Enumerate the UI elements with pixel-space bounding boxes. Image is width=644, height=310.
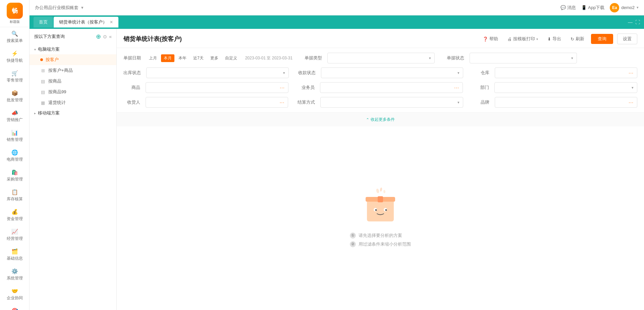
tab-close-icon[interactable]: ✕ <box>110 20 113 24</box>
scheme-add-icon[interactable]: ⊕ <box>96 33 101 40</box>
sidebar-item-ecommerce[interactable]: 🌐 电商管理 <box>5 146 24 166</box>
product-dots: ··· <box>280 85 285 90</box>
print-arrow: ▾ <box>536 37 538 41</box>
warehouse-select[interactable]: ··· <box>495 67 637 78</box>
sidebar-label-inventory: 库存核算 <box>7 196 23 202</box>
export-icon: ⬇ <box>547 37 551 42</box>
tab-report[interactable]: 销货单统计表（按客户） ✕ <box>54 17 118 28</box>
product-select[interactable]: ··· <box>146 82 288 93</box>
sidebar-item-wholesale[interactable]: 📦 批发管理 <box>5 87 24 106</box>
scheme-item-product[interactable]: ▤ 按商品 <box>30 76 116 87</box>
scheme-settings-icon[interactable]: ⊙ <box>103 34 107 39</box>
scheme-item-return[interactable]: ▦ 退货统计 <box>30 97 116 108</box>
sidebar-item-enterprise[interactable]: 🤝 企业协同 <box>5 285 24 304</box>
doc-type-select[interactable]: ▾ <box>327 53 435 63</box>
scheme-item-return-label: 退货统计 <box>48 100 66 106</box>
scheme-header-actions: ⊕ ⊙ « <box>96 33 112 40</box>
query-button[interactable]: 查询 <box>591 34 613 44</box>
help-btn[interactable]: ❓ 帮助 <box>480 35 501 43</box>
salesperson-dots: ··· <box>454 85 459 90</box>
date-btn-lastmonth[interactable]: 上月 <box>146 54 160 62</box>
settings-button[interactable]: 设置 <box>617 34 637 44</box>
workspace-arrow[interactable]: ▾ <box>81 5 84 10</box>
sidebar-item-quicknav[interactable]: ⚡ 快捷导航 <box>5 47 24 67</box>
sidebar-icon-sales: 📊 <box>11 130 18 136</box>
sidebar-item-operations[interactable]: 📈 经营管理 <box>5 225 24 245</box>
salesperson-select[interactable]: ··· <box>320 82 463 93</box>
brand-select[interactable]: ··· <box>495 97 637 108</box>
message-btn[interactable]: 💬 消息 <box>560 5 576 11</box>
tab-home[interactable]: 首页 <box>34 17 53 28</box>
receiver-dots: ··· <box>280 100 285 105</box>
workspace-area: 办公用品行业模拟账套 ▾ <box>35 5 84 11</box>
user-avatar: Ea <box>610 3 619 12</box>
doc-status-select[interactable]: ▾ <box>470 53 577 63</box>
message-icon: 💬 <box>560 5 566 10</box>
help-icon: ❓ <box>483 37 488 42</box>
out-status-label: 出库状态 <box>123 70 141 76</box>
sidebar-icon-wholesale: 📦 <box>11 90 18 96</box>
date-btn-7days[interactable]: 近7天 <box>191 54 206 62</box>
date-btn-thismonth[interactable]: 本月 <box>161 54 174 62</box>
tab-min-icon[interactable]: — <box>628 19 633 25</box>
sidebar-item-inventory[interactable]: 📋 库存核算 <box>5 186 24 205</box>
sidebar-item-basics[interactable]: 🗂️ 基础信息 <box>5 245 24 265</box>
tab-report-label: 销货单统计表（按客户） <box>59 19 107 25</box>
out-status-select[interactable]: ▾ <box>146 67 289 78</box>
refresh-icon: ↻ <box>571 37 574 42</box>
receiver-select[interactable]: ··· <box>146 97 288 108</box>
tabs-controls: — ⛶ <box>628 19 640 25</box>
sidebar-item-system[interactable]: ⚙️ 系统管理 <box>5 265 24 285</box>
department-select[interactable]: ▾ <box>494 82 637 93</box>
payment-label: 结算方式 <box>298 99 315 105</box>
scheme-group-desktop-header[interactable]: ▾ 电脑端方案 <box>30 44 116 54</box>
download-icon: 📱 <box>581 5 587 10</box>
page-title: 销货单统计表(按客户) <box>123 35 182 43</box>
scheme-item-customer[interactable]: 按客户 <box>30 54 116 65</box>
item-grid-icon: ⊞ <box>40 68 46 73</box>
receipt-status-select[interactable]: ▾ <box>321 67 464 78</box>
export-btn[interactable]: ⬇ 导出 <box>545 35 564 43</box>
scheme-group-mobile-header[interactable]: ▸ 移动端方案 <box>30 108 116 118</box>
app-download-label: App下载 <box>588 5 604 11</box>
sidebar-item-retail[interactable]: 🛒 零售管理 <box>5 67 24 87</box>
scheme-item-customer-product[interactable]: ⊞ 按客户+商品 <box>30 65 116 76</box>
refresh-label: 刷新 <box>576 36 584 42</box>
department-label: 部门 <box>472 85 489 91</box>
group-arrow-right: ▸ <box>34 111 36 115</box>
date-btn-custom[interactable]: 自定义 <box>222 54 240 62</box>
scheme-list: ▾ 电脑端方案 按客户 ⊞ 按客户+商品 ▤ 按商品 <box>30 43 116 310</box>
sidebar-item-newbie[interactable]: 🎯 新手引导 <box>5 304 24 310</box>
scheme-item-product99[interactable]: ▤ 按商品99 <box>30 87 116 97</box>
sidebar-item-finance[interactable]: 💰 资金管理 <box>5 205 24 225</box>
sidebar-item-sales[interactable]: 📊 销售管理 <box>5 126 24 146</box>
svg-point-1 <box>380 187 382 192</box>
sidebar-item-search[interactable]: 🔍 搜索菜单 <box>5 27 24 47</box>
brand-dots: ··· <box>629 100 634 105</box>
payment-select[interactable]: ▾ <box>320 97 463 108</box>
user-area[interactable]: Ea demo2 ▾ <box>610 3 639 12</box>
scheme-item-custprod-label: 按客户+商品 <box>48 67 73 73</box>
sidebar-icon-quicknav: ⚡ <box>11 50 18 57</box>
right-content: 销货单统计表(按客户) ❓ 帮助 🖨 按模板打印 ▾ ⬇ 导出 <box>117 29 644 310</box>
workspace-label: 办公用品行业模拟账套 <box>35 5 78 11</box>
sidebar-item-marketing[interactable]: 📣 营销推广 <box>5 106 24 126</box>
print-btn[interactable]: 🖨 按模板打印 ▾ <box>505 35 541 43</box>
scheme-panel: 按以下方案查询 ⊕ ⊙ « ▾ 电脑端方案 按客户 <box>30 29 117 310</box>
salesperson-label: 业务员 <box>298 85 315 91</box>
group-arrow-down: ▾ <box>34 48 36 51</box>
sidebar-icon-system: ⚙️ <box>11 268 18 274</box>
scheme-group-desktop: ▾ 电脑端方案 按客户 ⊞ 按客户+商品 ▤ 按商品 <box>30 44 116 108</box>
scheme-item-product-label: 按商品 <box>48 78 61 84</box>
date-btn-more[interactable]: 更多 <box>208 54 221 62</box>
filter-row-3: 商品 ··· 业务员 ··· 部门 ▾ <box>123 82 637 93</box>
tab-max-icon[interactable]: ⛶ <box>635 19 640 25</box>
refresh-btn[interactable]: ↻ 刷新 <box>568 35 587 43</box>
collapse-button[interactable]: ⌃ 收起更多条件 <box>362 115 399 124</box>
date-btn-thisyear[interactable]: 本年 <box>176 54 189 62</box>
app-download-btn[interactable]: 📱 App下载 <box>581 5 604 11</box>
scheme-group-mobile: ▸ 移动端方案 <box>30 108 116 118</box>
scheme-collapse-icon[interactable]: « <box>109 34 112 39</box>
group-mobile-label: 移动端方案 <box>38 110 60 116</box>
sidebar-item-purchase[interactable]: 🛍️ 采购管理 <box>5 166 24 186</box>
